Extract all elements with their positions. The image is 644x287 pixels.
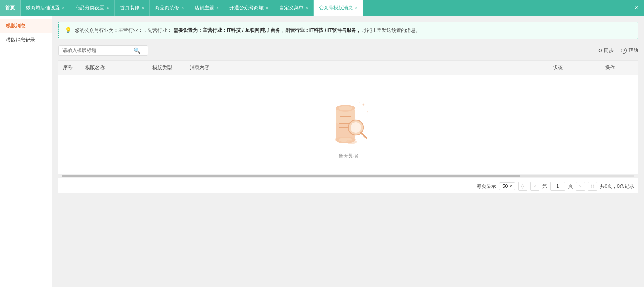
svg-line-13 [361,133,366,138]
empty-row: ✦ ✦ ✦ 暂无数据 [58,75,638,174]
help-label: 帮助 [628,47,638,54]
nav-tab-home[interactable]: 首页 [0,0,21,16]
nav-tab-template-msg[interactable]: 公众号模版消息 × [314,0,363,16]
empty-state: ✦ ✦ ✦ 暂无数据 [58,75,638,174]
search-input-wrap: 🔍 [58,45,148,56]
nav-tab-openstore[interactable]: 开通公众号商城 × [224,0,274,16]
first-page-button[interactable]: ⟨⟨ [518,182,527,191]
notice-highlight: 需要设置为：主营行业：IT科技 / 互联网|电子商务，副营行业：IT科技 / I… [173,27,361,33]
nav-tab-weishangcheng[interactable]: 微商城店铺设置 × [21,0,70,16]
svg-point-17 [346,140,357,144]
close-icon[interactable]: × [216,6,219,10]
empty-text: 暂无数据 [66,153,631,159]
divider: | [617,48,618,53]
nav-tab-theme[interactable]: 店铺主题 × [189,0,224,16]
nav-tab-weishangcheng-label: 微商城店铺设置 [26,4,60,11]
nav-tab-openstore-label: 开通公众号商城 [229,4,264,11]
nav-tab-template-msg-label: 公众号模版消息 [319,4,353,11]
last-page-button[interactable]: ⟩⟩ [588,182,597,191]
sidebar: 模版消息 模版消息记录 [0,16,52,287]
notice-prefix: 您的公众号行业为：主营行业：，副营行业： [75,27,172,33]
nav-tab-custommenu-label: 自定义菜单 [279,4,303,11]
chevron-down-icon: ∨ [509,184,512,188]
col-header-action: 操作 [601,60,638,75]
close-icon[interactable]: × [306,6,308,10]
search-icon[interactable]: 🔍 [133,47,141,54]
notice-text: 您的公众号行业为：主营行业：，副营行业： 需要设置为：主营行业：IT科技 / 互… [75,27,420,34]
close-icon[interactable]: × [142,6,144,10]
nav-tab-theme-label: 店铺主题 [195,4,214,11]
sync-icon: ↻ [598,48,603,54]
nav-tab-category-label: 商品分类设置 [75,4,104,11]
page-size-value: 50 [502,183,508,189]
horizontal-scrollbar[interactable] [58,174,638,178]
notice-box: 💡 您的公众号行业为：主营行业：，副营行业： 需要设置为：主营行业：IT科技 /… [58,22,638,39]
pagination-bar: 每页显示 50 ∨ ⟨⟨ ＜ 第 页 ＞ ⟩⟩ 共0页，0条记录 [58,178,638,193]
nav-tab-homepage-label: 首页装修 [120,4,139,11]
table-body: ✦ ✦ ✦ 暂无数据 [58,75,638,174]
svg-text:✦: ✦ [362,103,365,107]
svg-text:✦: ✦ [359,101,361,103]
col-header-name: 模版名称 [81,60,148,75]
close-icon[interactable]: × [107,6,109,10]
data-table-wrapper: 序号 模版名称 模版类型 消息内容 状态 操作 [58,60,638,193]
sidebar-item-template-msg-record[interactable]: 模版消息记录 [0,33,52,47]
help-button[interactable]: ? 帮助 [621,47,638,54]
empty-icon: ✦ ✦ ✦ [66,98,631,147]
svg-point-4 [339,106,352,110]
page-label-prefix: 第 [542,183,547,190]
nav-tab-category[interactable]: 商品分类设置 × [70,0,114,16]
close-icon[interactable]: × [266,6,268,10]
page-size-select[interactable]: 50 ∨ [499,182,515,190]
nav-tab-product-page[interactable]: 商品页装修 × [150,0,189,16]
sidebar-item-template-msg-record-label: 模版消息记录 [6,37,35,43]
col-header-type: 模版类型 [148,60,185,75]
data-table: 序号 模版名称 模版类型 消息内容 状态 操作 [58,60,638,174]
col-header-content: 消息内容 [185,60,548,75]
close-icon[interactable]: × [355,6,357,10]
sidebar-item-template-msg[interactable]: 模版消息 [0,19,52,33]
svg-point-12 [351,122,361,133]
search-bar: 🔍 ↻ 同步 | ? 帮助 [58,45,638,56]
global-close-button[interactable]: × [629,0,644,16]
sync-label: 同步 [604,47,614,54]
page-label-suffix: 页 [568,183,573,190]
sidebar-item-template-msg-label: 模版消息 [6,23,25,28]
nav-tab-product-page-label: 商品页装修 [155,4,179,11]
top-nav: 首页 微商城店铺设置 × 商品分类设置 × 首页装修 × 商品页装修 × 店铺主… [0,0,644,16]
next-page-button[interactable]: ＞ [576,182,585,191]
notice-suffix: 才能正常发送预置的消息。 [362,27,420,33]
nav-tab-homepage[interactable]: 首页装修 × [115,0,150,16]
empty-illustration: ✦ ✦ ✦ [326,98,371,146]
lightbulb-icon: 💡 [65,27,72,34]
content-area: 💡 您的公众号行业为：主营行业：，副营行业： 需要设置为：主营行业：IT科技 /… [52,16,644,287]
sync-button[interactable]: ↻ 同步 [598,47,614,54]
close-icon[interactable]: × [181,6,184,10]
search-input[interactable] [62,48,133,53]
total-info: 共0页，0条记录 [600,183,634,190]
close-icon[interactable]: × [62,6,64,10]
global-close-icon: × [635,4,638,11]
table-header-row: 序号 模版名称 模版类型 消息内容 状态 操作 [58,60,638,75]
current-page-input[interactable] [550,182,565,191]
nav-tab-custommenu[interactable]: 自定义菜单 × [274,0,314,16]
prev-page-button[interactable]: ＜ [530,182,539,191]
page-size-label: 每页显示 [477,183,496,190]
scrollbar-thumb [62,175,520,177]
col-header-index: 序号 [58,60,81,75]
main-layout: 模版消息 模版消息记录 💡 您的公众号行业为：主营行业：，副营行业： 需要设置为… [0,16,644,287]
scrollbar-track [62,175,634,177]
help-icon: ? [621,48,627,54]
nav-tab-home-label: 首页 [5,4,15,11]
col-header-status: 状态 [548,60,601,75]
search-actions: ↻ 同步 | ? 帮助 [598,47,638,54]
svg-text:✦: ✦ [366,110,369,113]
